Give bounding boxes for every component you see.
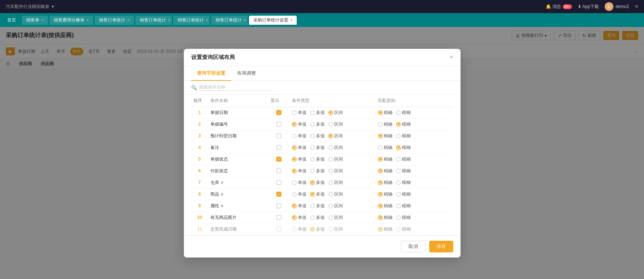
row-type-radios[interactable]: 单值多值区间 (290, 200, 376, 212)
radio-match-精确[interactable]: 精确 (378, 133, 392, 139)
radio-type-区间[interactable]: 区间 (328, 203, 343, 209)
dialog-tab-layout-adjust[interactable]: 布局调整 (231, 66, 262, 81)
row-match-radios[interactable]: 精确模糊 (376, 153, 453, 165)
radio-type-多值[interactable]: 多值 (310, 191, 325, 197)
save-btn[interactable]: 保存 (429, 241, 453, 252)
radio-type-区间[interactable]: 区间 (328, 133, 343, 139)
cancel-btn[interactable]: 取消 (401, 241, 426, 252)
radio-type-单值[interactable]: 单值 (292, 191, 307, 197)
tab-sales-order-stat[interactable]: 销售订单统计 × (95, 16, 134, 25)
radio-type-单值[interactable]: 单值 (292, 121, 307, 127)
row-match-radios[interactable]: 精确模糊 (376, 142, 453, 153)
radio-type-单值[interactable]: 单值 (292, 133, 307, 139)
radio-type-多值[interactable]: 多值 (310, 156, 325, 162)
row-match-radios[interactable]: 精确模糊 (376, 130, 453, 142)
dialog-tab-query-fields[interactable]: 查询字段设置 (191, 66, 231, 81)
row-match-radios[interactable]: 精确模糊 (376, 188, 453, 200)
row-type-radios[interactable]: 单值多值区间 (290, 107, 376, 118)
row-type-radios[interactable]: 单值多值区间 (290, 188, 376, 200)
row-type-radios[interactable]: 单值多值区间 (290, 212, 376, 223)
tab5-close[interactable]: × (206, 18, 208, 22)
radio-match-精确[interactable]: 精确 (378, 215, 392, 221)
radio-type-多值[interactable]: 多值 (310, 180, 325, 186)
radio-type-单值[interactable]: 单值 (292, 168, 307, 174)
radio-match-模糊[interactable]: 模糊 (396, 133, 411, 139)
tab-home[interactable]: 首页 (3, 16, 20, 25)
radio-type-单值[interactable]: 单值 (292, 180, 307, 186)
radio-type-单值[interactable]: 单值 (292, 110, 307, 116)
tab4[interactable]: 销售订单统计 × (135, 16, 172, 25)
radio-type-多值[interactable]: 多值 (310, 121, 325, 127)
radio-match-精确[interactable]: 精确 (378, 180, 392, 186)
radio-type-区间[interactable]: 区间 (328, 226, 343, 232)
radio-type-区间[interactable]: 区间 (328, 215, 343, 221)
radio-type-单值[interactable]: 单值 (292, 203, 307, 209)
row-match-radios[interactable]: 精确模糊 (376, 200, 453, 212)
radio-type-区间[interactable]: 区间 (328, 145, 343, 151)
radio-match-精确[interactable]: 精确 (378, 191, 392, 197)
row-type-radios[interactable]: 单值多值区间 (290, 118, 376, 130)
purchase-stat-tab-close[interactable]: × (291, 18, 293, 22)
radio-match-模糊[interactable]: 模糊 (396, 156, 411, 162)
radio-match-模糊[interactable]: 模糊 (396, 191, 411, 197)
radio-type-区间[interactable]: 区间 (328, 110, 343, 116)
radio-type-区间[interactable]: 区间 (328, 121, 343, 127)
radio-type-区间[interactable]: 区间 (328, 180, 343, 186)
radio-type-多值[interactable]: 多值 (310, 215, 325, 221)
sales-expense-tab-close[interactable]: × (87, 18, 89, 22)
radio-match-精确[interactable]: 精确 (378, 226, 392, 232)
search-input[interactable] (199, 85, 272, 91)
radio-type-多值[interactable]: 多值 (310, 168, 325, 174)
row-display-checkbox[interactable] (268, 223, 290, 235)
row-display-checkbox[interactable] (268, 142, 290, 153)
radio-match-精确[interactable]: 精确 (378, 145, 392, 151)
radio-match-模糊[interactable]: 模糊 (396, 203, 411, 209)
radio-type-单值[interactable]: 单值 (292, 145, 307, 151)
radio-match-模糊[interactable]: 模糊 (396, 145, 411, 151)
radio-match-精确[interactable]: 精确 (378, 203, 392, 209)
dialog-close-btn[interactable]: × (450, 54, 453, 60)
sales-order-stat-tab-close[interactable]: × (127, 18, 130, 22)
radio-type-区间[interactable]: 区间 (328, 168, 343, 174)
radio-match-模糊[interactable]: 模糊 (396, 180, 411, 186)
row-match-radios[interactable]: 精确模糊 (376, 212, 453, 223)
app-download-btn[interactable]: ⬇ App下载 (578, 4, 599, 10)
row-display-checkbox[interactable]: ✓ (268, 188, 290, 200)
tab-sales[interactable]: 销售单 × (22, 16, 48, 25)
radio-type-多值[interactable]: 多值 (310, 203, 325, 209)
radio-match-精确[interactable]: 精确 (378, 168, 392, 174)
row-display-checkbox[interactable] (268, 177, 290, 188)
row-match-radios[interactable]: 精确模糊 (376, 223, 453, 235)
sales-tab-close[interactable]: × (42, 18, 44, 22)
radio-type-单值[interactable]: 单值 (292, 215, 307, 221)
row-display-checkbox[interactable] (268, 200, 290, 212)
radio-match-精确[interactable]: 精确 (378, 156, 392, 162)
row-match-radios[interactable]: 精确模糊 (376, 118, 453, 130)
row-display-checkbox[interactable]: ✓ (268, 107, 290, 118)
row-type-radios[interactable]: 单值多值区间 (290, 130, 376, 142)
row-type-radios[interactable]: 单值多值区间 (290, 153, 376, 165)
row-display-checkbox[interactable] (268, 130, 290, 142)
row-display-checkbox[interactable] (268, 118, 290, 130)
radio-match-模糊[interactable]: 模糊 (396, 110, 411, 116)
radio-match-模糊[interactable]: 模糊 (396, 168, 411, 174)
radio-match-模糊[interactable]: 模糊 (396, 121, 411, 127)
radio-type-多值[interactable]: 多值 (310, 110, 325, 116)
tab5[interactable]: 销售订单统计 × (173, 16, 210, 25)
radio-type-多值[interactable]: 多值 (310, 145, 325, 151)
radio-type-多值[interactable]: 多值 (310, 133, 325, 139)
tab6-close[interactable]: × (244, 18, 246, 22)
row-type-radios[interactable]: 单值多值区间 (290, 165, 376, 177)
radio-type-区间[interactable]: 区间 (328, 191, 343, 197)
row-display-checkbox[interactable] (268, 212, 290, 223)
radio-match-模糊[interactable]: 模糊 (396, 215, 411, 221)
user-area[interactable]: D demo2 (605, 2, 629, 11)
row-match-radios[interactable]: 精确模糊 (376, 165, 453, 177)
row-type-radios[interactable]: 单值多值区间 (290, 177, 376, 188)
row-match-radios[interactable]: 精确模糊 (376, 177, 453, 188)
tab-purchase-stat[interactable]: 采购订单统计设置 × (249, 16, 297, 25)
radio-type-多值[interactable]: 多值 (310, 226, 325, 232)
radio-type-区间[interactable]: 区间 (328, 156, 343, 162)
row-match-radios[interactable]: 精确模糊 (376, 107, 453, 118)
notification-area[interactable]: 🔔 消息 99+ (546, 4, 572, 10)
